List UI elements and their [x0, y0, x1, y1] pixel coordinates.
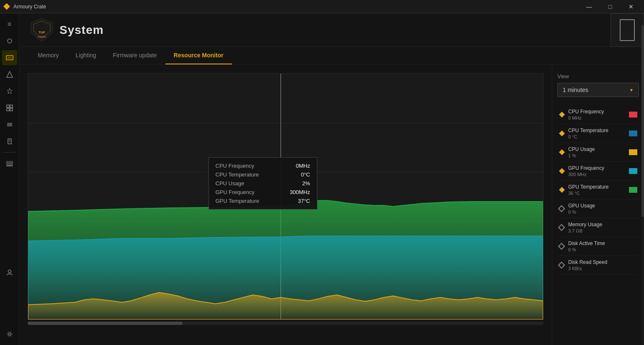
chart-area: CPU Frequency 0MHz CPU Temperature 0°C C… [19, 65, 552, 345]
svg-point-0 [8, 39, 12, 43]
metric-name-cpu-freq: CPU Frequency [568, 109, 629, 115]
metric-icon-disk-active [558, 243, 565, 250]
metric-value-cpu-temp: 0 °C [568, 134, 629, 139]
metric-value-disk-active: 0 % [568, 247, 637, 252]
tab-memory[interactable]: Memory [29, 47, 67, 64]
maximize-button[interactable]: □ [600, 0, 620, 13]
dropdown-arrow-icon: ▼ [629, 88, 634, 92]
sidebar-item-profile[interactable] [2, 265, 17, 280]
sidebar-item-tools[interactable] [2, 117, 17, 132]
metric-gpu-usage[interactable]: GPU Usage 0 % [557, 199, 639, 218]
metric-name-mem-usage: Memory Usage [568, 222, 637, 227]
chart-scrollbar-thumb[interactable] [28, 322, 183, 325]
metric-value-gpu-temp: 36 °C [568, 191, 629, 196]
sidebar-divider [3, 152, 16, 153]
tooltip-row-gpu-freq: GPU Frequency 300MHz [216, 189, 310, 195]
svg-text:TUF: TUF [39, 31, 45, 34]
sidebar-item-settings[interactable] [2, 327, 17, 342]
metric-name-disk-active: Disk Active Time [568, 240, 637, 246]
tab-lighting[interactable]: Lighting [67, 47, 105, 64]
top-right-widget [611, 13, 644, 47]
metric-name-gpu-temp: GPU Temperature [568, 184, 629, 190]
metric-cpu-usage[interactable]: CPU Usage 1 % [557, 143, 639, 162]
metric-info-gpu-temp: GPU Temperature 36 °C [568, 184, 629, 196]
metric-icon-gpu-freq [559, 168, 565, 174]
tooltip-label-cpu-freq: CPU Frequency [216, 163, 254, 169]
tooltip-value-cpu-temp: 0°C [301, 171, 310, 178]
titlebar-left: Armoury Crate [3, 3, 46, 10]
sidebar-narrow: ≡ [0, 13, 19, 345]
sidebar-item-scenario[interactable] [2, 67, 17, 82]
svg-rect-7 [10, 108, 13, 111]
metric-value-gpu-usage: 0 % [568, 210, 637, 215]
right-panel-scrollbar[interactable] [641, 65, 644, 345]
metric-swatch-gpu-freq [629, 168, 637, 174]
tooltip-row-cpu-freq: CPU Frequency 0MHz [216, 163, 310, 169]
tooltip-value-gpu-freq: 300MHz [290, 189, 310, 195]
metric-disk-active-time[interactable]: Disk Active Time 0 % [557, 237, 639, 256]
tooltip-value-cpu-freq: 0MHz [296, 163, 310, 169]
metric-swatch-cpu-usage [629, 149, 637, 155]
chart-scrollbar-track[interactable] [28, 322, 544, 325]
metric-icon-disk-read [558, 262, 565, 269]
sidebar-item-gamevisual[interactable] [2, 100, 17, 115]
metric-gpu-frequency[interactable]: GPU Frequency 300 MHz [557, 162, 639, 181]
metric-info-gpu-freq: GPU Frequency 300 MHz [568, 165, 629, 177]
tab-resource-monitor[interactable]: Resource Monitor [165, 47, 232, 64]
metric-info-disk-active: Disk Active Time 0 % [568, 240, 637, 252]
logo-area: TUF GAMING System [29, 18, 104, 43]
metric-icon-cpu-usage [559, 149, 565, 155]
metric-cpu-frequency[interactable]: CPU Frequency 0 MHz [557, 105, 639, 124]
metric-swatch-cpu-freq [629, 112, 637, 118]
main-content: CPU Frequency 0MHz CPU Temperature 0°C C… [19, 65, 644, 345]
tuf-logo: TUF GAMING [29, 18, 54, 43]
view-dropdown[interactable]: 1 minutes ▼ [557, 83, 639, 97]
tooltip-label-cpu-temp: CPU Temperature [216, 171, 259, 178]
tooltip-label-gpu-freq: GPU Frequency [216, 189, 255, 195]
metric-value-mem-usage: 3.7 GB [568, 228, 637, 233]
metric-info-mem-usage: Memory Usage 3.7 GB [568, 222, 637, 233]
svg-point-18 [7, 332, 12, 337]
sidebar-item-menu[interactable]: ≡ [2, 17, 17, 32]
metric-icon-cpu-freq [559, 112, 565, 118]
metric-value-cpu-usage: 1 % [568, 153, 629, 158]
metric-icon-mem-usage [558, 224, 565, 231]
svg-rect-6 [7, 108, 9, 111]
svg-rect-14 [7, 164, 13, 165]
metric-gpu-temperature[interactable]: GPU Temperature 36 °C [557, 181, 639, 199]
chart-container: CPU Frequency 0MHz CPU Temperature 0°C C… [28, 73, 544, 320]
minimize-button[interactable]: — [580, 0, 599, 13]
svg-rect-4 [7, 105, 9, 107]
sidebar-item-cleaner[interactable] [2, 134, 17, 149]
content-area: TUF GAMING System Memory Lighting Firmwa… [19, 13, 644, 345]
sidebar-item-favorite[interactable] [2, 33, 17, 49]
metric-cpu-temperature[interactable]: CPU Temperature 0 °C [557, 124, 639, 143]
svg-rect-15 [7, 166, 13, 166]
titlebar: Armoury Crate — □ ✕ [0, 0, 644, 13]
metric-memory-usage[interactable]: Memory Usage 3.7 GB [557, 218, 639, 237]
header: TUF GAMING System [19, 13, 644, 47]
tooltip-row-cpu-temp: CPU Temperature 0°C [216, 171, 310, 178]
metric-name-gpu-freq: GPU Frequency [568, 165, 629, 171]
tab-firmware[interactable]: Firmware update [105, 47, 165, 64]
svg-marker-3 [7, 72, 13, 77]
metric-disk-read-speed[interactable]: Disk Read Speed 3 KB/s [557, 256, 639, 275]
metric-icon-gpu-temp [559, 187, 565, 193]
svg-rect-2 [8, 57, 12, 59]
right-panel: View 1 minutes ▼ CPU Frequency 0 MHz [552, 65, 644, 345]
sidebar-item-device[interactable] [2, 50, 17, 65]
app-layout: ≡ [0, 13, 644, 345]
widget-inner [620, 19, 635, 41]
metric-info-disk-read: Disk Read Speed 3 KB/s [568, 259, 637, 271]
view-label: View [557, 73, 639, 79]
close-button[interactable]: ✕ [621, 0, 641, 13]
tooltip-value-gpu-temp: 37°C [298, 198, 310, 204]
metric-icon-cpu-temp [559, 130, 565, 136]
page-title: System [59, 23, 104, 37]
sidebar-item-lighting[interactable] [2, 84, 17, 99]
metric-icon-gpu-usage [558, 205, 565, 212]
svg-rect-13 [7, 161, 13, 163]
metric-name-disk-read: Disk Read Speed [568, 259, 637, 265]
titlebar-controls: — □ ✕ [580, 0, 641, 13]
sidebar-item-library[interactable] [2, 156, 17, 171]
